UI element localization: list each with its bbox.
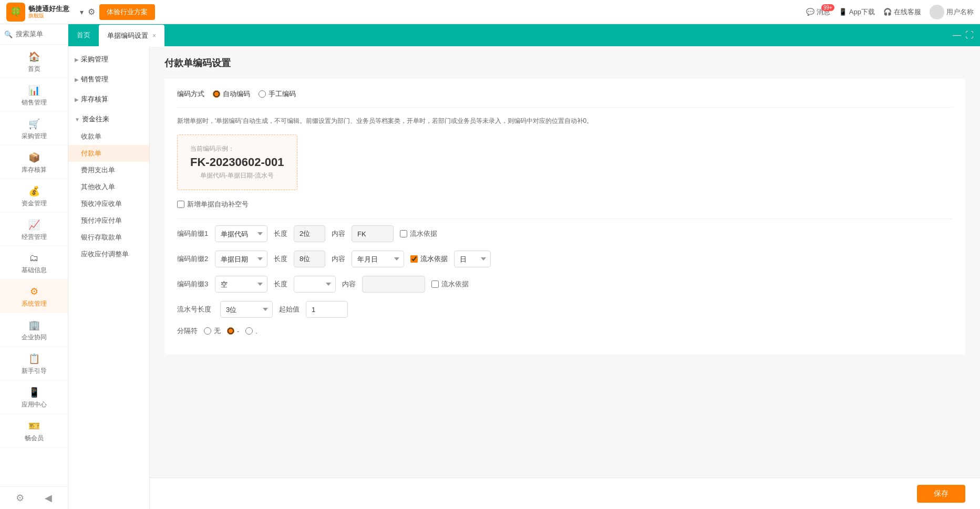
code-example-label: 当前编码示例： xyxy=(190,144,284,153)
start-value-input[interactable] xyxy=(306,301,348,318)
settings-card: 编码方式 自动编码 手工编码 新增单据时，'单据编码'自动生成，不可编 xyxy=(164,79,965,355)
content2-select[interactable]: 年月日 xyxy=(352,251,404,267)
save-button[interactable]: 保存 xyxy=(917,485,965,503)
basic-icon: 🗂 xyxy=(29,253,39,264)
message-button[interactable]: 💬 消息 99+ xyxy=(806,7,830,17)
serial-dep1-checkbox[interactable] xyxy=(400,230,407,237)
user-name: 用户名称 xyxy=(946,7,974,17)
sidebar-item-label: 资金管理 xyxy=(22,199,47,208)
sep-dash-radio[interactable] xyxy=(227,327,234,335)
app-download-button[interactable]: 📱 App下载 xyxy=(839,7,875,17)
sidebar-settings-button[interactable]: ⚙ xyxy=(16,492,24,504)
online-service-button[interactable]: 🎧 在线客服 xyxy=(883,7,921,17)
sidebar-item-finance[interactable]: 💰 资金管理 xyxy=(0,179,68,213)
logo-sub: 旗舰版 xyxy=(28,13,69,19)
group-label: 销售管理 xyxy=(81,75,108,84)
prefix3-select[interactable]: 空 xyxy=(215,276,267,293)
avatar-image xyxy=(930,5,944,19)
submenu-group-sales-title[interactable]: ▶ 销售管理 xyxy=(68,70,149,88)
main-layout: 🔍 搜索菜单 🏠 首页 📊 销售管理 🛒 采购管理 📦 库存核算 💰 xyxy=(0,24,980,509)
submenu-group-inventory-title[interactable]: ▶ 库存核算 xyxy=(68,90,149,108)
user-avatar[interactable]: 用户名称 xyxy=(930,5,974,19)
sep-none-radio[interactable] xyxy=(204,327,211,335)
message-icon: 💬 xyxy=(806,8,814,16)
tab-home[interactable]: 首页 xyxy=(68,24,99,46)
sidebar-item-enterprise[interactable]: 🏢 企业协同 xyxy=(0,313,68,347)
submenu-child-adjust[interactable]: 应收应付调整单 xyxy=(68,246,149,263)
message-badge: 99+ xyxy=(821,4,834,11)
length1-input xyxy=(294,225,325,242)
serial-dep1-label[interactable]: 流水依据 xyxy=(400,229,437,238)
nav-settings-icon[interactable]: ⚙ xyxy=(88,7,95,17)
industry-button[interactable]: 体验行业方案 xyxy=(99,4,155,20)
nav-arrow-icon[interactable]: ▾ xyxy=(80,8,84,16)
auto-fill-checkbox[interactable] xyxy=(177,201,184,208)
tab-coding-settings[interactable]: 单据编码设置 × xyxy=(99,25,164,47)
prefix-row-3: 编码前缀3 空 长度 内容 流水 xyxy=(177,276,953,293)
serial-dep3-checkbox[interactable] xyxy=(431,281,439,288)
sidebar-search[interactable]: 🔍 搜索菜单 xyxy=(0,24,68,45)
prefix1-select[interactable]: 单据代码 xyxy=(215,225,267,242)
length3-select[interactable] xyxy=(294,276,336,293)
topbar-right: 💬 消息 99+ 📱 App下载 🎧 在线客服 用户名称 xyxy=(806,5,974,19)
auto-code-label: 自动编码 xyxy=(223,89,250,99)
manual-code-radio[interactable] xyxy=(259,90,266,98)
manual-code-radio-label[interactable]: 手工编码 xyxy=(259,89,296,99)
sidebar-item-apps[interactable]: 📱 应用中心 xyxy=(0,380,68,414)
serial-dep3-label[interactable]: 流水依据 xyxy=(431,279,469,289)
sidebar-item-label: 首页 xyxy=(28,65,40,74)
auto-code-radio-label[interactable]: 自动编码 xyxy=(213,89,250,99)
sidebar-collapse-button[interactable]: ◀ xyxy=(45,492,52,504)
submenu-group-purchase-title[interactable]: ▶ 采购管理 xyxy=(68,50,149,68)
submenu-child-expense[interactable]: 费用支出单 xyxy=(68,162,149,179)
submenu-group-capital-title[interactable]: ▼ 资金往来 xyxy=(68,110,149,128)
sidebar-item-label: 企业协同 xyxy=(22,333,47,342)
sidebar-item-home[interactable]: 🏠 首页 xyxy=(0,45,68,78)
submenu-child-prepay-recv[interactable]: 预收冲应收单 xyxy=(68,195,149,212)
sidebar-item-sales[interactable]: 📊 销售管理 xyxy=(0,78,68,112)
sidebar-item-system[interactable]: ⚙ 系统管理 xyxy=(0,279,68,313)
auto-fill-label[interactable]: 新增单据自动补空号 xyxy=(177,200,249,209)
system-icon: ⚙ xyxy=(30,286,38,297)
serial-dep2-checkbox[interactable] xyxy=(410,255,418,263)
submenu-group-inventory: ▶ 库存核算 xyxy=(68,90,149,108)
sep-dash-text: - xyxy=(237,327,239,335)
topbar-nav: ▾ ⚙ 体验行业方案 xyxy=(80,4,155,20)
main-panel: 付款单编码设置 编码方式 自动编码 手工编码 xyxy=(150,46,980,477)
tab-maximize-icon[interactable]: ⛶ xyxy=(965,30,974,40)
serial-dep3-text: 流水依据 xyxy=(441,279,469,289)
serial-length-select[interactable]: 3位 xyxy=(220,301,273,318)
group-label: 库存核算 xyxy=(81,95,108,104)
tab-extra: — ⛶ xyxy=(953,30,980,40)
sidebar-item-purchase[interactable]: 🛒 采购管理 xyxy=(0,112,68,146)
sep-dot-radio[interactable] xyxy=(245,327,253,335)
sidebar-item-guide[interactable]: 📋 新手引导 xyxy=(0,347,68,380)
submenu-child-receipt[interactable]: 收款单 xyxy=(68,128,149,145)
tab-close-icon[interactable]: × xyxy=(152,32,156,39)
sidebar-item-label: 销售管理 xyxy=(22,98,47,107)
logo-text: 畅捷通好生意 旗舰版 xyxy=(28,5,69,19)
tab-minimize-icon[interactable]: — xyxy=(953,30,961,40)
group-label: 采购管理 xyxy=(81,55,108,64)
submenu-child-payment[interactable]: 付款单 xyxy=(68,145,149,162)
submenu-child-income[interactable]: 其他收入单 xyxy=(68,179,149,195)
sidebar-item-basic[interactable]: 🗂 基础信息 xyxy=(0,246,68,279)
sidebar-item-member[interactable]: 🎫 畅会员 xyxy=(0,414,68,448)
topbar-left: 🍀 畅捷通好生意 旗舰版 ▾ ⚙ 体验行业方案 xyxy=(6,3,155,22)
sep-none-label[interactable]: 无 xyxy=(204,326,221,336)
app-logo: 🍀 畅捷通好生意 旗舰版 xyxy=(6,3,69,22)
sidebar-item-operation[interactable]: 📈 经营管理 xyxy=(0,213,68,246)
dep2-unit-select[interactable]: 日 xyxy=(454,251,491,267)
sep-none-text: 无 xyxy=(214,326,221,336)
submenu-child-bank[interactable]: 银行存取款单 xyxy=(68,229,149,246)
submenu-group-sales: ▶ 销售管理 xyxy=(68,70,149,88)
sep-dot-label[interactable]: . xyxy=(245,327,257,335)
sidebar-item-inventory[interactable]: 📦 库存核算 xyxy=(0,146,68,179)
sep-dash-label[interactable]: - xyxy=(227,327,239,335)
prefix2-select[interactable]: 单据日期 xyxy=(215,251,267,267)
online-service-label: 在线客服 xyxy=(894,7,921,17)
serial-dep2-label[interactable]: 流水依据 xyxy=(410,254,448,264)
submenu-child-prepay-pay[interactable]: 预付冲应付单 xyxy=(68,212,149,229)
auto-code-radio[interactable] xyxy=(213,90,220,98)
content1-label: 内容 xyxy=(332,229,345,238)
